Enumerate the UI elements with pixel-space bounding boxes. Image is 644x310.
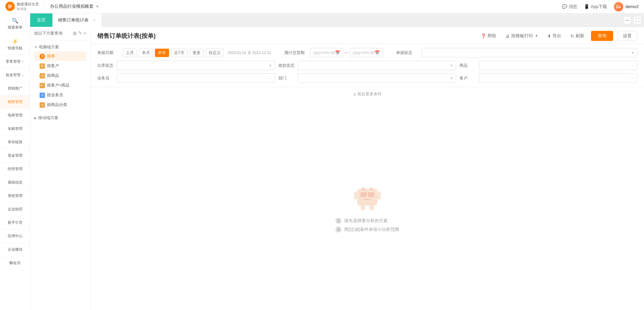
collapse-icon: ∧ <box>353 92 356 97</box>
sidebar-label-search: 搜索菜单 <box>8 25 22 30</box>
date-btn-last-7-days[interactable]: 近7天 <box>171 49 187 57</box>
sidebar-item-basic-info[interactable]: 基础信息 <box>0 176 30 189</box>
scheme-icon-by-product: 品 <box>40 73 45 79</box>
receipt-status-arrow-icon: ▼ <box>450 64 453 67</box>
sidebar-item-member[interactable]: 畅会员 <box>0 256 30 270</box>
delivery-status-select[interactable]: ▼ <box>117 61 275 70</box>
receipt-status-select[interactable]: ▼ <box>298 61 456 70</box>
expected-delivery-start[interactable]: yyyy-mm-dd 📅 <box>310 48 343 57</box>
tab-maximize-btn[interactable]: ⛶ <box>633 16 641 24</box>
scheme-item-by-customer[interactable]: 客 按客户 <box>34 61 86 71</box>
query-btn[interactable]: 查询 <box>591 31 613 41</box>
settings-btn[interactable]: 设置 <box>617 31 637 41</box>
salesperson-label: 业务员 <box>97 75 114 81</box>
content-area: 首页 销售订单统计表 × — ⛶ 按以下方案查询 <box>30 13 644 310</box>
filter-area: 单据日期 上月 本月 本年 近7天 更多 自定义 2023-01-01 至 20… <box>91 44 644 87</box>
department-select[interactable]: ▼ <box>298 73 456 83</box>
date-btn-this-year[interactable]: 本年 <box>155 49 169 57</box>
sidebar-item-marketing[interactable]: 营销推广 <box>0 82 30 95</box>
tab-sales-report[interactable]: 销售订单统计表 × <box>53 13 102 27</box>
department-arrow-icon: ▼ <box>450 76 453 80</box>
date-btn-last-month[interactable]: 上月 <box>123 49 137 57</box>
calendar-end-icon: 📅 <box>375 50 380 55</box>
scheme-item-by-customer-product[interactable]: 客+ 按客户+商品 <box>34 81 86 90</box>
desktop-group-label: 电脑端方案 <box>39 44 59 50</box>
app-download-action[interactable]: 📱 App下载 <box>584 4 607 10</box>
svg-point-8 <box>361 188 365 190</box>
mobile-group-label: 移动端方案 <box>38 115 58 121</box>
edit-scheme-btn[interactable]: ✎ <box>78 30 82 37</box>
help-label: 帮助 <box>487 33 496 39</box>
sidebar-item-quick-nav[interactable]: ⚡ 快捷导航 <box>0 34 30 55</box>
help-btn[interactable]: ❓ 帮助 <box>478 32 499 40</box>
sidebar-item-system[interactable]: 系统管理 <box>0 189 30 203</box>
app-download-icon: 📱 <box>584 4 589 9</box>
sidebar-label-app-center: 应用中心 <box>8 234 22 239</box>
empty-illustration <box>351 179 384 212</box>
customer-input[interactable]: ··· <box>479 73 637 83</box>
filter-row-3: 业务员 ··· 部门 ▼ <box>97 73 637 83</box>
scheme-item-by-product[interactable]: 品 按商品 <box>34 71 86 81</box>
salesperson-input[interactable]: ··· <box>117 73 275 83</box>
scheme-item-by-order[interactable]: 按 按单 <box>34 51 86 61</box>
sidebar-item-operations[interactable]: 经营管理 <box>0 162 30 176</box>
print-template-btn[interactable]: 🖨 按模板打印 <box>503 32 541 40</box>
sidebar-item-ecommerce[interactable]: 电商管理 <box>0 109 30 122</box>
tab-home[interactable]: 首页 <box>30 13 53 27</box>
sidebar-label-purchase: 采购管理 <box>8 126 22 131</box>
date-btn-more[interactable]: 更多 <box>190 49 204 57</box>
scheme-group-header-desktop[interactable]: ▼ 电脑端方案 <box>34 43 86 51</box>
sidebar-item-enterprise-wechat[interactable]: 企业微信 <box>0 243 30 256</box>
message-label: 消息 <box>569 4 577 10</box>
sidebar-item-sales[interactable]: 销售管理 <box>0 95 30 109</box>
expected-delivery-label: 预计交货期 <box>284 50 305 56</box>
svg-rect-0 <box>357 189 377 206</box>
logo-subtitle: 标准版 <box>17 7 39 11</box>
sidebar: 🔍 搜索菜单 ⚡ 快捷导航 零售管理 ▼ 批发管理 ▲ 营销推广 销售管理 电商… <box>0 13 30 310</box>
sidebar-item-finance[interactable]: 资金管理 <box>0 149 30 162</box>
sidebar-label-marketing: 营销推广 <box>8 86 22 91</box>
collapse-btn[interactable]: ∧ 收起更多条件 <box>349 90 386 98</box>
sidebar-item-app-center[interactable]: 应用中心 <box>0 229 30 243</box>
empty-tip-2-text: 用[过滤]条件来缩小分析范围 <box>344 226 399 232</box>
add-scheme-btn[interactable]: ⊕ <box>72 30 77 37</box>
desktop-group-arrow: ▼ <box>34 45 38 49</box>
order-status-select[interactable]: ▼ <box>422 48 637 57</box>
date-btn-custom[interactable]: 自定义 <box>206 49 224 57</box>
expected-delivery-end[interactable]: yyyy-mm-dd 📅 <box>350 48 383 57</box>
sidebar-item-enterprise[interactable]: 企业协同 <box>0 203 30 216</box>
goods-input[interactable]: ··· <box>479 61 637 70</box>
sidebar-item-inventory[interactable]: 库存核算 <box>0 136 30 149</box>
scheme-item-by-product-category[interactable]: 分 按商品分类 <box>34 100 86 110</box>
tab-minimize-btn[interactable]: — <box>623 16 631 24</box>
scheme-icon-by-order: 按 <box>40 54 45 59</box>
sidebar-item-wholesale[interactable]: 批发管理 ▲ <box>0 68 30 82</box>
export-btn[interactable]: ⬇ 导出 <box>545 32 564 40</box>
refresh-btn[interactable]: ↻ 刷新 <box>568 32 587 40</box>
scheme-group-mobile: ▶ 移动端方案 <box>30 112 90 123</box>
sidebar-item-new-guide[interactable]: 新手引导 <box>0 216 30 229</box>
sidebar-item-purchase[interactable]: 采购管理 <box>0 122 30 136</box>
collapse-panel-btn[interactable]: « <box>84 30 86 37</box>
delivery-status-label: 出库状态 <box>97 63 114 68</box>
breadcrumb-area[interactable]: 办公用品行业模拟账套 ▼ <box>50 3 99 9</box>
tab-close-icon[interactable]: × <box>92 18 97 22</box>
svg-rect-7 <box>369 206 374 210</box>
scheme-mobile-header[interactable]: ▶ 移动端方案 <box>34 114 86 122</box>
svg-point-9 <box>369 188 373 190</box>
filter-row-2: 出库状态 ▼ 收款状态 ▼ <box>97 61 637 70</box>
date-filter-label: 单据日期 <box>97 50 117 56</box>
scheme-icon-by-customer-product: 客+ <box>40 83 45 88</box>
export-label: 导出 <box>552 33 561 39</box>
user-area[interactable]: Ea demo2 <box>614 2 639 11</box>
help-icon: ❓ <box>481 34 486 39</box>
receipt-status-field: 收款状态 ▼ <box>278 61 456 70</box>
header-left: 好 畅捷通好生意 标准版 办公用品行业模拟账套 ▼ <box>5 2 99 11</box>
sidebar-item-retail[interactable]: 零售管理 ▼ <box>0 55 30 68</box>
scheme-item-by-salesperson[interactable]: 员 按业务员 <box>34 90 86 100</box>
date-btn-this-month[interactable]: 本月 <box>139 49 153 57</box>
sidebar-item-search[interactable]: 🔍 搜索菜单 <box>0 13 30 34</box>
message-action[interactable]: 💬 消息 <box>562 4 577 10</box>
wholesale-arrow-icon: ▲ <box>21 73 24 77</box>
sidebar-label-inventory: 库存核算 <box>8 140 22 145</box>
